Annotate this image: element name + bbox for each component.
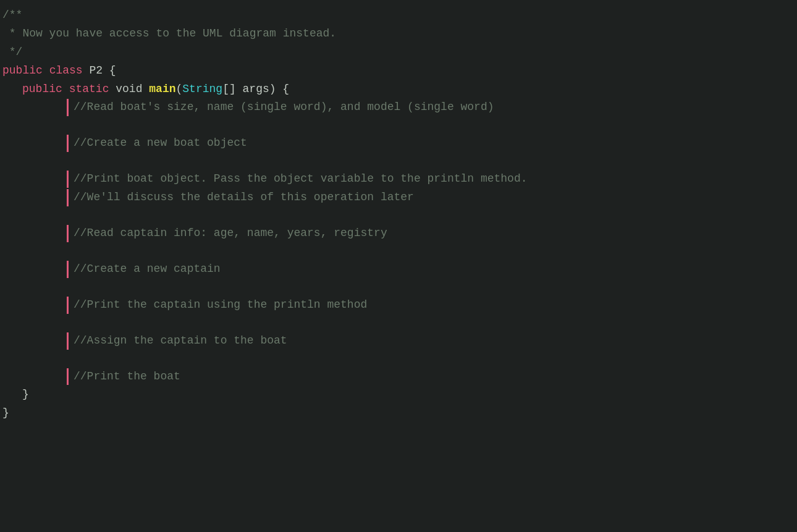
code-line-19: //Assign the captain to the boat [0,332,797,350]
code-editor: /** * Now you have access to the UML dia… [0,0,797,532]
code-line-17: //Print the captain using the println me… [0,296,797,315]
line-10-content: //Print boat object. Pass the object var… [0,171,797,188]
code-line-18 [0,315,797,332]
line-8-content: //Create a new boat object [0,135,797,152]
code-line-7 [0,117,797,134]
code-line-1: /** [0,6,797,25]
indent-bar [67,225,69,242]
code-line-4: public class P2 { [0,62,797,80]
line-19-content: //Assign the captain to the boat [0,332,797,350]
line-4-content: public class P2 { [0,62,797,80]
code-line-16 [0,279,797,296]
indent-bar [67,171,69,188]
line-15-content: //Create a new captain [0,261,797,278]
code-line-13: //Read captain info: age, name, years, r… [0,224,797,243]
indent-bar [67,99,69,116]
line-1-content: /** [0,7,797,24]
code-line-12 [0,207,797,224]
code-line-23: } [0,404,797,423]
line-21-content: //Print the boat [0,368,797,386]
code-line-14 [0,243,797,260]
code-line-20 [0,350,797,368]
indent-bar [67,297,69,314]
line-17-content: //Print the captain using the println me… [0,297,797,314]
indent-bar [67,189,69,206]
code-line-2: * Now you have access to the UML diagram… [0,25,797,43]
line-11-content: //We'll discuss the details of this oper… [0,189,797,206]
line-22-content: } [0,386,797,403]
indent-bar [67,332,69,350]
indent-bar [67,368,69,386]
line-23-content: } [0,405,797,422]
line-2-content: * Now you have access to the UML diagram… [0,25,797,43]
code-line-9 [0,153,797,170]
code-line-15: //Create a new captain [0,260,797,279]
code-line-6: //Read boat's size, name (single word), … [0,98,797,117]
code-line-8: //Create a new boat object [0,134,797,153]
indent-bar [67,135,69,152]
line-3-content: */ [0,44,797,61]
code-line-5: public static void main(String[] args) { [0,80,797,99]
indent-bar [67,261,69,278]
code-line-22: } [0,386,797,404]
code-line-10: //Print boat object. Pass the object var… [0,170,797,188]
line-5-content: public static void main(String[] args) { [0,81,797,98]
code-line-3: */ [0,43,797,62]
line-6-content: //Read boat's size, name (single word), … [0,99,797,116]
line-13-content: //Read captain info: age, name, years, r… [0,225,797,242]
code-line-11: //We'll discuss the details of this oper… [0,188,797,207]
code-line-21: //Print the boat [0,368,797,386]
